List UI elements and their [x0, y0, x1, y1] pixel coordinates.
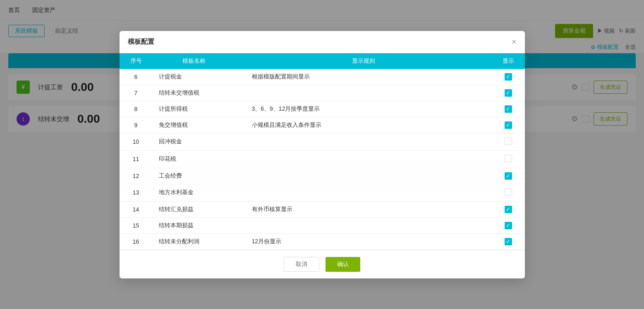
row-display-cell: ✓	[492, 69, 525, 85]
row-rule: 12月份显示	[235, 233, 492, 250]
table-row: 7结转未交增值税✓	[120, 85, 525, 101]
table-row: 13地方水利基金	[120, 184, 525, 201]
row-rule: 小规模且满足收入条件显示	[235, 117, 492, 133]
row-checkbox[interactable]: ✓	[505, 238, 512, 245]
table-scroll-area[interactable]: 序号 模板名称 显示规则 显示 6计提税金根据模版配置期间显示✓7结转未交增值税…	[120, 53, 525, 250]
dialog-body: 序号 模板名称 显示规则 显示 6计提税金根据模版配置期间显示✓7结转未交增值税…	[120, 53, 525, 250]
row-seq: 6	[120, 69, 153, 85]
row-checkbox[interactable]	[505, 138, 512, 145]
dialog-header: 模板配置 ×	[120, 31, 525, 53]
row-checkbox[interactable]: ✓	[505, 121, 512, 129]
row-name: 计提税金	[153, 69, 235, 85]
row-display-cell	[492, 150, 525, 168]
row-name: 免交增值税	[153, 117, 235, 133]
confirm-button[interactable]: 确认	[326, 257, 360, 272]
row-seq: 12	[120, 168, 153, 184]
row-checkbox[interactable]	[505, 188, 512, 196]
row-rule: 根据模版配置期间显示	[235, 69, 492, 85]
row-rule	[235, 133, 492, 150]
col-name: 模板名称	[153, 53, 235, 69]
row-rule	[235, 184, 492, 201]
row-name: 地方水利基金	[153, 184, 235, 201]
row-name: 结转未分配利润	[153, 233, 235, 250]
cancel-button[interactable]: 取消	[284, 257, 319, 272]
row-name: 计提所得税	[153, 101, 235, 117]
row-seq: 15	[120, 217, 153, 233]
row-rule	[235, 217, 492, 233]
row-name: 印花税	[153, 150, 235, 168]
col-rule: 显示规则	[235, 53, 492, 69]
row-display-cell: ✓	[492, 168, 525, 184]
config-table: 序号 模板名称 显示规则 显示 6计提税金根据模版配置期间显示✓7结转未交增值税…	[120, 53, 525, 250]
table-row: 12工会经费✓	[120, 168, 525, 184]
row-seq: 11	[120, 150, 153, 168]
config-table-body: 6计提税金根据模版配置期间显示✓7结转未交增值税✓8计提所得税3、6、9、12月…	[120, 69, 525, 250]
row-checkbox[interactable]: ✓	[505, 105, 512, 113]
row-rule	[235, 150, 492, 168]
row-display-cell: ✓	[492, 117, 525, 133]
row-name: 结转本期损益	[153, 217, 235, 233]
col-display: 显示	[492, 53, 525, 69]
table-row: 16结转未分配利润12月份显示✓	[120, 233, 525, 250]
row-name: 工会经费	[153, 168, 235, 184]
row-checkbox[interactable]: ✓	[505, 222, 512, 229]
row-rule	[235, 168, 492, 184]
row-checkbox[interactable]: ✓	[505, 73, 512, 81]
row-seq: 10	[120, 133, 153, 150]
dialog-close-button[interactable]: ×	[512, 38, 517, 46]
table-row: 10回冲税金	[120, 133, 525, 150]
row-checkbox[interactable]: ✓	[505, 206, 512, 213]
col-seq: 序号	[120, 53, 153, 69]
table-row: 15结转本期损益✓	[120, 217, 525, 233]
row-display-cell: ✓	[492, 101, 525, 117]
dialog-title: 模板配置	[128, 38, 154, 46]
row-seq: 8	[120, 101, 153, 117]
row-display-cell	[492, 184, 525, 201]
row-rule: 3、6、9、12月按季度显示	[235, 101, 492, 117]
table-row: 9免交增值税小规模且满足收入条件显示✓	[120, 117, 525, 133]
row-name: 回冲税金	[153, 133, 235, 150]
row-seq: 16	[120, 233, 153, 250]
row-seq: 13	[120, 184, 153, 201]
table-row: 6计提税金根据模版配置期间显示✓	[120, 69, 525, 85]
row-seq: 14	[120, 201, 153, 217]
row-name: 结转汇兑损益	[153, 201, 235, 217]
table-row: 11印花税	[120, 150, 525, 168]
row-display-cell	[492, 133, 525, 150]
table-row: 14结转汇兑损益有外币核算显示✓	[120, 201, 525, 217]
table-row: 8计提所得税3、6、9、12月按季度显示✓	[120, 101, 525, 117]
row-seq: 9	[120, 117, 153, 133]
row-display-cell: ✓	[492, 201, 525, 217]
dialog-footer: 取消 确认	[120, 250, 525, 278]
row-seq: 7	[120, 85, 153, 101]
row-display-cell: ✓	[492, 85, 525, 101]
row-display-cell: ✓	[492, 217, 525, 233]
row-checkbox[interactable]: ✓	[505, 172, 512, 180]
row-rule: 有外币核算显示	[235, 201, 492, 217]
modal-overlay: 模板配置 × 序号 模板名称 显示规则 显示 6计提税金根据模版配置期间显	[0, 0, 644, 309]
template-config-dialog: 模板配置 × 序号 模板名称 显示规则 显示 6计提税金根据模版配置期间显	[120, 31, 525, 278]
row-checkbox[interactable]: ✓	[505, 89, 512, 97]
row-display-cell: ✓	[492, 233, 525, 250]
row-rule	[235, 85, 492, 101]
row-name: 结转未交增值税	[153, 85, 235, 101]
table-header-row: 序号 模板名称 显示规则 显示	[120, 53, 525, 69]
row-checkbox[interactable]	[505, 155, 512, 162]
